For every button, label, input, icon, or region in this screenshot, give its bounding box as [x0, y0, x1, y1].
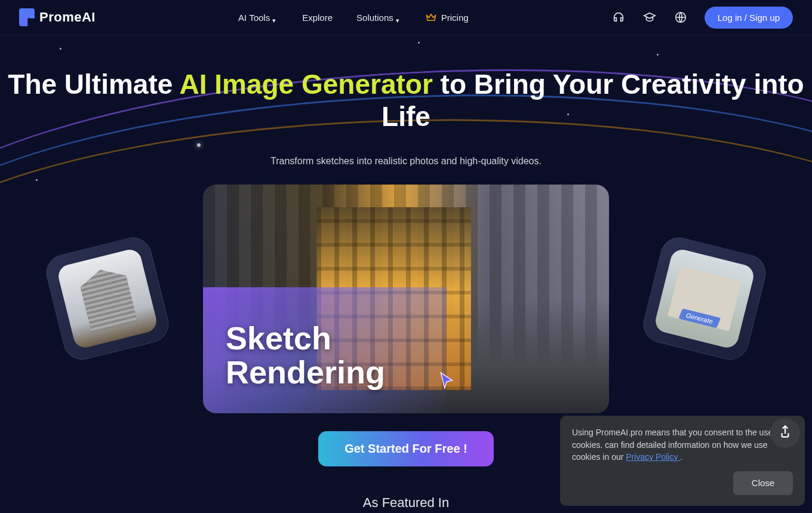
cookie-privacy-link[interactable]: Privacy Policy: [626, 452, 680, 462]
cta-button[interactable]: Get Started For Free !: [318, 431, 494, 466]
nav-solutions[interactable]: Solutions: [356, 13, 402, 23]
globe-icon[interactable]: [673, 10, 688, 24]
chevron-down-icon: [396, 14, 402, 20]
hero-title-post: to Bring Your Creativity into Life: [382, 69, 804, 132]
nav-solutions-label: Solutions: [356, 13, 393, 23]
hero-main-image[interactable]: Sketch Rendering: [203, 185, 609, 413]
thumb-left[interactable]: [42, 234, 173, 364]
hero-title: The Ultimate AI Image Generator to Bring…: [0, 68, 812, 133]
share-icon: [777, 424, 793, 442]
support-icon[interactable]: [611, 10, 626, 24]
crown-icon: [426, 13, 436, 21]
logo-mark-icon: [19, 8, 35, 26]
hero-image-caption-line1: Sketch: [226, 321, 385, 355]
nav-pricing-label: Pricing: [441, 13, 469, 23]
hero-subtitle: Transform sketches into realistic photos…: [0, 156, 812, 167]
cookie-text-post: .: [680, 452, 682, 462]
hero-showcase: Sketch Rendering Generate: [0, 185, 812, 413]
hero-title-highlight: AI Image Generator: [179, 69, 432, 100]
thumb-right-image: Generate: [653, 247, 756, 350]
nav-explore[interactable]: Explore: [302, 13, 333, 23]
cursor-icon: [439, 371, 454, 389]
share-button[interactable]: [770, 418, 800, 448]
nav-explore-label: Explore: [302, 13, 333, 23]
thumb-left-image: [56, 247, 159, 350]
hero-image-caption-line2: Rendering: [226, 355, 385, 389]
chevron-down-icon: [272, 14, 278, 20]
brand-name: PromeAI: [39, 10, 96, 25]
site-header: PromeAI AI Tools Explore Solutions Prici…: [0, 0, 812, 35]
brand-logo[interactable]: PromeAI: [19, 8, 96, 26]
cookie-close-button[interactable]: Close: [733, 471, 793, 495]
education-icon[interactable]: [642, 10, 657, 24]
cookie-close-label: Close: [752, 478, 774, 488]
cookie-banner: Using PromeAI.pro means that you consent…: [560, 416, 805, 506]
hero-title-pre: The Ultimate: [8, 69, 179, 100]
nav-ai-tools[interactable]: AI Tools: [238, 13, 278, 23]
hero-image-caption: Sketch Rendering: [226, 321, 385, 389]
nav-pricing[interactable]: Pricing: [426, 13, 469, 23]
cta-label: Get Started For Free !: [345, 442, 467, 455]
main-nav: AI Tools Explore Solutions Pricing: [238, 13, 469, 23]
header-right: Log in / Sign up: [611, 7, 793, 29]
login-label: Log in / Sign up: [718, 13, 780, 23]
login-button[interactable]: Log in / Sign up: [705, 7, 793, 29]
thumb-right[interactable]: Generate: [639, 234, 770, 364]
nav-ai-tools-label: AI Tools: [238, 13, 270, 23]
